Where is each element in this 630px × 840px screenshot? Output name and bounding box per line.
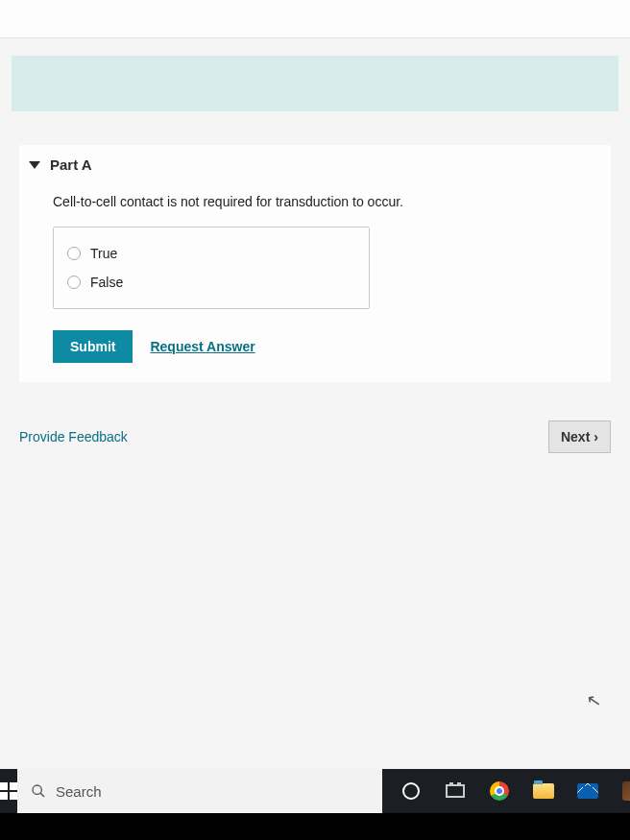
taskbar-icons — [382, 769, 630, 813]
collapse-caret-icon[interactable] — [29, 161, 40, 169]
provide-feedback-link[interactable]: Provide Feedback — [19, 429, 128, 444]
windows-logo-icon — [0, 782, 17, 800]
question-text: Cell-to-cell contact is not required for… — [53, 194, 577, 209]
mail-button[interactable] — [569, 769, 607, 813]
question-body: Cell-to-cell contact is not required for… — [19, 184, 611, 382]
info-banner — [12, 56, 618, 111]
windows-taskbar: Search — [0, 769, 630, 813]
radio-icon[interactable] — [67, 247, 81, 260]
footer-row: Provide Feedback Next › — [19, 420, 611, 453]
answer-options: True False — [53, 227, 370, 309]
question-card: Part A Cell-to-cell contact is not requi… — [19, 145, 611, 382]
option-label: False — [90, 275, 123, 290]
submit-button[interactable]: Submit — [53, 330, 133, 363]
cortana-icon — [402, 782, 420, 800]
app-button[interactable] — [613, 769, 630, 813]
screen-bezel — [0, 813, 630, 840]
option-false[interactable]: False — [67, 268, 355, 297]
svg-point-0 — [33, 785, 41, 794]
chrome-button[interactable] — [480, 769, 519, 813]
actions-row: Submit Request Answer — [53, 330, 577, 363]
search-placeholder: Search — [56, 783, 102, 800]
next-label: Next — [561, 429, 590, 444]
file-explorer-button[interactable] — [524, 769, 563, 813]
start-button[interactable] — [0, 769, 17, 813]
svg-line-1 — [40, 793, 44, 797]
radio-icon[interactable] — [67, 276, 81, 289]
part-header[interactable]: Part A — [19, 145, 611, 184]
option-true[interactable]: True — [67, 239, 355, 268]
part-title: Part A — [50, 156, 92, 173]
next-button[interactable]: Next › — [548, 420, 611, 453]
chrome-icon — [490, 781, 509, 801]
option-label: True — [90, 246, 117, 261]
cursor-icon: ↖ — [585, 689, 603, 712]
request-answer-link[interactable]: Request Answer — [150, 339, 254, 354]
mail-icon — [577, 783, 598, 799]
page-content: Part A Cell-to-cell contact is not requi… — [0, 0, 630, 769]
cortana-button[interactable] — [392, 769, 430, 813]
folder-icon — [533, 783, 554, 799]
taskbar-search[interactable]: Search — [17, 769, 382, 813]
task-view-icon — [446, 784, 465, 798]
chevron-right-icon: › — [594, 429, 598, 444]
app-icon — [622, 781, 630, 801]
task-view-button[interactable] — [436, 769, 474, 813]
browser-top-strip — [0, 0, 630, 38]
search-icon — [31, 783, 46, 799]
